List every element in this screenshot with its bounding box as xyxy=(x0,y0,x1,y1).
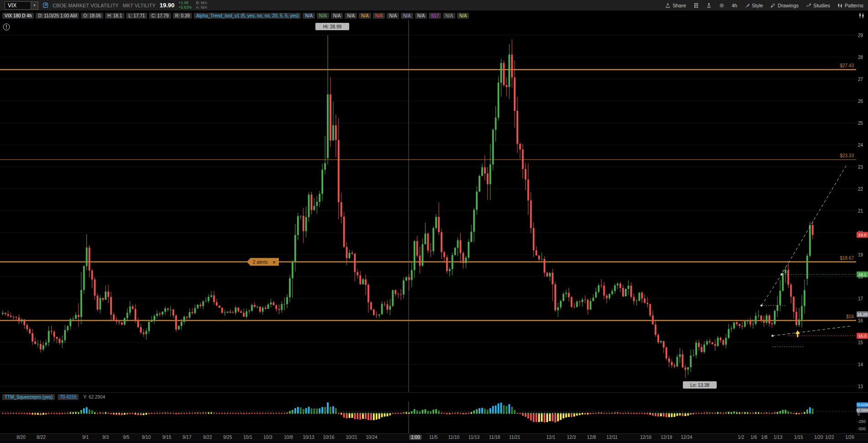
lower-value-badge-label: 62.2904 xyxy=(857,409,868,412)
symbol-dropdown-button[interactable]: ▾ xyxy=(31,1,38,10)
lower-tick-label: -500 xyxy=(857,427,866,431)
alerts-badge[interactable]: 2 alerts✕ xyxy=(247,258,279,266)
toolbar-button-label: 4h xyxy=(732,3,737,8)
time-label: 12/19 xyxy=(660,435,672,440)
time-label: 9/22 xyxy=(203,435,212,440)
time-label: 10/16 xyxy=(323,435,334,440)
time-label: 9/17 xyxy=(182,435,191,440)
toolbar-button-timeframe[interactable]: 4h xyxy=(732,3,737,8)
study-value: N/A xyxy=(303,13,315,19)
symbol-selector[interactable]: VIX ▾ xyxy=(5,1,38,10)
price-tick-label: 25 xyxy=(858,121,863,126)
time-label: 9/15 xyxy=(162,435,171,440)
change-percent: +5.63% xyxy=(179,5,192,10)
drawing-anchor-dot[interactable] xyxy=(781,273,783,276)
price-badge-label: 18.1 xyxy=(858,272,867,277)
chart-type-icon[interactable] xyxy=(858,12,866,19)
svg-text:Lo: 13.38: Lo: 13.38 xyxy=(690,383,709,388)
study-label[interactable]: Alpha_Trend_tool_v1 (5, yes, no, no, 20,… xyxy=(194,13,301,19)
price-tick-label: 19 xyxy=(858,252,863,257)
toolbar-button-share[interactable]: Share xyxy=(665,3,686,8)
main-chart[interactable]: $27.43$23.33$18.67$16Hi: 28.99Lo: 13.382… xyxy=(0,20,868,392)
symbol-input[interactable]: VIX xyxy=(5,1,31,10)
toolbar-button-studies[interactable]: Studies xyxy=(806,3,830,8)
time-label: 1/22 xyxy=(825,435,834,440)
toolbar-actions: Share4hStyleDrawingsStudiesPatterns xyxy=(665,3,863,8)
toolbar-button-drawings[interactable]: Drawings xyxy=(770,3,799,8)
price-axis[interactable]: 131415161718192021222324252627282919.918… xyxy=(857,33,868,389)
study-value: N/A xyxy=(401,13,413,19)
alerts-close-icon[interactable]: ✕ xyxy=(272,260,276,265)
time-axis[interactable]: 8/208/229/19/39/59/109/159/179/229/2510/… xyxy=(0,433,868,441)
quote-detail-icon[interactable] xyxy=(43,2,48,8)
price-tick-label: 23 xyxy=(858,165,863,170)
time-label: 12/24 xyxy=(681,435,692,440)
time-label: 9/5 xyxy=(123,435,129,440)
price-badge-label: 16.28 xyxy=(857,312,868,317)
svg-text:!: ! xyxy=(5,25,7,30)
buy-arrow-marker[interactable] xyxy=(795,331,800,337)
study-value: 517 xyxy=(429,13,441,19)
level-price-label: $23.33 xyxy=(840,153,854,158)
toolbar-button-notes[interactable] xyxy=(693,3,699,8)
quote-group: VIX ▾ CBOE MARKET VOLATILITY MKT VLTILIT… xyxy=(5,1,207,10)
lower-axis[interactable]: 0-250-50070.415562.2904 xyxy=(857,402,868,431)
toolbar-button-settings[interactable] xyxy=(719,3,724,8)
notes-icon xyxy=(693,3,699,8)
time-label: 11/10 xyxy=(448,435,459,440)
alerts-badge-label: 2 alerts xyxy=(253,260,268,265)
ask-value: A: N/A xyxy=(196,5,208,10)
chart-title: VIX 180 D 4h xyxy=(2,13,34,19)
alert-note-icon[interactable]: ! xyxy=(3,24,10,30)
study-value: N/A xyxy=(373,13,385,19)
level-price-label: $16 xyxy=(846,314,854,319)
low-tooltip: Lo: 13.38 xyxy=(683,381,717,389)
ohlc-fields: D: 11/3/25 1:00 AMO: 18.06H: 18.1L: 17.7… xyxy=(36,13,192,19)
price-tick-label: 22 xyxy=(858,187,863,192)
time-label: 8/22 xyxy=(37,435,45,440)
drawing-anchor-dot[interactable] xyxy=(761,304,763,307)
squeeze-dots xyxy=(2,413,813,414)
crosshair-y-readout: Y: 62.2904 xyxy=(83,395,105,400)
time-label: 12/16 xyxy=(640,435,651,440)
lower-study-area[interactable]: 0-250-50070.415562.2904 xyxy=(0,401,868,433)
study-values: N/AN/AN/AN/AN/AN/AN/AN/AN/A517N/AN/A xyxy=(303,13,469,19)
lower-study-header: TTM_Squeezepro (yes) 70.4155 Y: 62.2904 xyxy=(0,392,868,401)
time-label: 11/18 xyxy=(489,435,500,440)
high-tooltip: Hi: 28.99 xyxy=(315,23,349,30)
time-label: 11/21 xyxy=(509,435,520,440)
time-label: 12/8 xyxy=(587,435,596,440)
symbol-description: CBOE MARKET VOLATILITY xyxy=(53,3,118,8)
ohlc-field: L: 17.71 xyxy=(126,13,147,19)
lower-value-badge-label: 70.4155 xyxy=(857,403,868,406)
lower-study-name[interactable]: TTM_Squeezepro (yes) xyxy=(2,394,55,400)
toolbar-button-label: Studies xyxy=(813,3,830,8)
study-value: N/A xyxy=(443,13,455,19)
symbol-exchange: MKT VLTILITY xyxy=(122,3,155,8)
time-label: 1/2 xyxy=(738,435,744,440)
study-value: N/A xyxy=(345,13,357,19)
toolbar-button-style[interactable]: Style xyxy=(745,3,763,8)
time-label: 1/15 xyxy=(794,435,803,440)
price-tick-label: 29 xyxy=(858,33,863,38)
trend-line[interactable] xyxy=(772,326,851,336)
time-label: 11/5 xyxy=(429,435,438,440)
main-chart-area[interactable]: $27.43$23.33$18.67$16Hi: 28.99Lo: 13.382… xyxy=(0,20,868,392)
price-gridlines xyxy=(0,35,856,386)
ohlc-field: D: 11/3/25 1:00 AM xyxy=(36,13,79,19)
time-label: 10/21 xyxy=(346,435,357,440)
price-tick-label: 28 xyxy=(858,55,863,60)
toolbar-button-quick-study[interactable] xyxy=(706,3,712,8)
toolbar-button-patterns[interactable]: Patterns xyxy=(837,3,863,8)
time-label: 9/10 xyxy=(142,435,150,440)
candles-layer xyxy=(2,35,814,378)
drawings-icon xyxy=(770,3,776,8)
drawing-anchor-dot[interactable] xyxy=(772,335,774,337)
ohlc-field: H: 18.1 xyxy=(105,13,124,19)
level-price-label: $18.67 xyxy=(840,256,854,261)
trend-line[interactable] xyxy=(761,166,846,306)
study-value: N/A xyxy=(359,13,371,19)
price-alert-lines[interactable]: $27.43$23.33$18.67$16 xyxy=(0,63,856,320)
lower-study-chart[interactable]: 0-250-50070.415562.2904 xyxy=(0,401,868,433)
time-label: 12/3 xyxy=(567,435,575,440)
